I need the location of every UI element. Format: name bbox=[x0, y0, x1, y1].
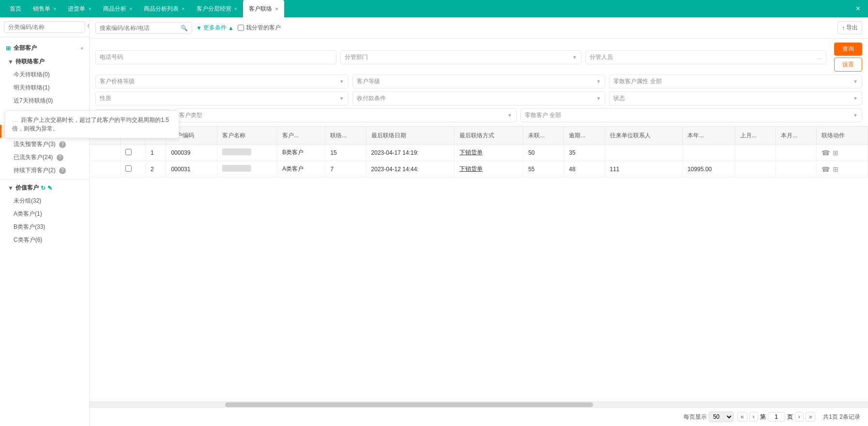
dept-dropdown-icon: ▼ bbox=[572, 55, 577, 60]
sidebar-item-pending-contact[interactable]: ▼ 待联络客户 bbox=[0, 55, 89, 68]
filter-search-input[interactable] bbox=[100, 25, 179, 31]
pending-contact-arrow: ▼ bbox=[8, 59, 14, 65]
col-name[interactable]: 客户名称 bbox=[217, 127, 277, 145]
col-overdue[interactable]: 逾期... bbox=[564, 127, 605, 145]
row-code-0[interactable]: 000039 bbox=[166, 145, 217, 161]
row-checkbox-0[interactable] bbox=[125, 149, 132, 155]
loss-warn-info-icon[interactable]: ? bbox=[59, 141, 66, 148]
table-horizontal-scrollbar[interactable] bbox=[90, 401, 868, 407]
value-customer-edit-icon[interactable]: ✎ bbox=[47, 185, 52, 191]
sidebar-item-unclassified[interactable]: 未分组(32) bbox=[0, 194, 89, 207]
action-phone-icon-1[interactable]: ☎ bbox=[822, 165, 830, 173]
per-page-select[interactable]: 50 20 100 bbox=[709, 411, 733, 422]
sidebar-collapse-btn[interactable]: « bbox=[80, 45, 83, 51]
nav-analysis-list[interactable]: 商品分析列表 × bbox=[138, 0, 190, 17]
sidebar-search-input[interactable] bbox=[4, 21, 85, 33]
nav-sales-close[interactable]: × bbox=[53, 6, 56, 12]
nav-customer-contact[interactable]: 客户联络 × bbox=[243, 0, 284, 17]
last-contact-method-link-0[interactable]: 下销货单 bbox=[459, 149, 483, 156]
row-contact-count-0: 15 bbox=[325, 145, 366, 161]
sidebar-item-value-customer[interactable]: ▼ 价值客户 ↻ ✎ bbox=[0, 181, 89, 194]
pagination-bar: 每页显示 50 20 100 « ‹ 第 页 › » 共1页 2条记录 bbox=[90, 407, 868, 426]
row-this-month-1 bbox=[776, 161, 817, 177]
filter-phone[interactable]: 电话号码 bbox=[95, 50, 336, 64]
next-page-btn[interactable]: › bbox=[795, 412, 804, 422]
filter-dept[interactable]: 分管部门 ▼ bbox=[340, 50, 581, 64]
filter-retail-attr[interactable]: 零散客户属性 全部 ▼ bbox=[609, 74, 862, 88]
col-last-contact-date[interactable]: 最后联络日期 bbox=[366, 127, 454, 145]
window-close-button[interactable]: × bbox=[852, 4, 864, 13]
filter-price-level[interactable]: 客户价格等级 ▼ bbox=[95, 74, 349, 88]
filter-customer-type[interactable]: 客户类型 ▼ bbox=[175, 108, 517, 122]
filter-manager[interactable]: 分管人员 … bbox=[585, 50, 826, 64]
sidebar-item-tomorrow[interactable]: 明天待联络(1) bbox=[0, 81, 89, 94]
more-conditions-btn[interactable]: ▼ 更多条件 ▲ bbox=[196, 24, 234, 32]
nav-customer-segment[interactable]: 客户分层经营 × bbox=[191, 0, 243, 17]
sidebar-item-continuous-down[interactable]: 持续下滑客户(2) ? bbox=[0, 164, 89, 177]
first-page-btn[interactable]: « bbox=[737, 412, 747, 422]
nav-analysis[interactable]: 商品分析 × bbox=[97, 0, 138, 17]
nav-customer-contact-close[interactable]: × bbox=[275, 6, 278, 12]
table-header-row: ⚙ 客户编码 客户名称 客户... bbox=[90, 127, 868, 145]
continuous-down-info-icon[interactable]: ? bbox=[59, 167, 66, 174]
row-code-1[interactable]: 000031 bbox=[166, 161, 217, 177]
col-contact-count[interactable]: 联络... bbox=[325, 127, 366, 145]
col-customer-type[interactable]: 客户... bbox=[277, 127, 325, 145]
action-phone-icon-0[interactable]: ☎ bbox=[822, 149, 830, 157]
last-contact-method-link-1[interactable]: 下销货单 bbox=[459, 165, 483, 172]
sidebar-all-customers[interactable]: ⊞ 全部客户 « bbox=[0, 41, 89, 55]
main-layout: 🔍 ⊞ 全部客户 « ▼ 待联络客户 今天待联络(0) 明天待联络(1) 近7天… bbox=[0, 17, 868, 426]
sidebar-item-loss-warn[interactable]: 流失预警客户(3) ? bbox=[0, 138, 89, 151]
sidebar-item-7days[interactable]: 近7天待联络(0) bbox=[0, 94, 89, 107]
col-unit-contact[interactable]: 往来单位联系人 bbox=[605, 127, 683, 145]
col-last-contact-method[interactable]: 最后联络方式 bbox=[454, 127, 523, 145]
my-customers-checkbox[interactable] bbox=[238, 25, 244, 31]
nav-purchase[interactable]: 进货单 × bbox=[62, 0, 97, 17]
filter-search-icon[interactable]: 🔍 bbox=[181, 25, 188, 31]
filter-payment[interactable]: 收付款条件 ▼ bbox=[352, 91, 606, 105]
query-button[interactable]: 查询 bbox=[834, 43, 862, 56]
filter-customer-level[interactable]: 客户等级 ▼ bbox=[352, 74, 606, 88]
last-page-btn[interactable]: » bbox=[806, 412, 816, 422]
sidebar-item-class-c[interactable]: C类客户(6) bbox=[0, 234, 89, 247]
action-more-icon-0[interactable]: ⊞ bbox=[833, 149, 838, 157]
value-customer-refresh-icon[interactable]: ↻ bbox=[41, 185, 46, 191]
col-this-month[interactable]: 本月... bbox=[776, 127, 817, 145]
sidebar-item-lost[interactable]: 已流失客户(24) ? bbox=[0, 151, 89, 164]
row-checkbox-cell[interactable] bbox=[121, 145, 146, 161]
sidebar-item-class-b[interactable]: B类客户(33) bbox=[0, 220, 89, 234]
value-customer-arrow: ▼ bbox=[8, 185, 14, 191]
table-scroll-thumb[interactable] bbox=[225, 402, 593, 407]
row-checkbox-1[interactable] bbox=[125, 165, 132, 172]
settings-button[interactable]: 设置 bbox=[834, 58, 862, 72]
nav-analysis-close[interactable]: × bbox=[129, 6, 132, 12]
col-last-month[interactable]: 上月... bbox=[735, 127, 776, 145]
action-more-icon-1[interactable]: ⊞ bbox=[833, 165, 838, 173]
manager-more-icon[interactable]: … bbox=[817, 54, 822, 60]
filter-row-1: 电话号码 分管部门 ▼ 分管人员 … 查询 设置 bbox=[95, 43, 862, 72]
row-checkbox-cell[interactable] bbox=[121, 161, 146, 177]
sidebar-item-class-a[interactable]: A类客户(1) bbox=[0, 207, 89, 220]
nav-sales[interactable]: 销售单 × bbox=[27, 0, 62, 17]
nav-analysis-list-close[interactable]: × bbox=[182, 6, 184, 12]
row-last-contact-method-0[interactable]: 下销货单 bbox=[454, 145, 523, 161]
nav-customer-segment-close[interactable]: × bbox=[234, 6, 237, 12]
export-button[interactable]: ↑ 导出 bbox=[838, 21, 862, 34]
prev-page-btn[interactable]: ‹ bbox=[749, 412, 758, 422]
page-number-input[interactable] bbox=[768, 412, 785, 422]
row-last-contact-method-1[interactable]: 下销货单 bbox=[454, 161, 523, 177]
row-index-0: 1 bbox=[146, 145, 166, 161]
col-not-contact[interactable]: 未联... bbox=[523, 127, 564, 145]
col-action[interactable]: 联络动作 bbox=[817, 127, 868, 145]
row-not-contact-1: 55 bbox=[523, 161, 564, 177]
filter-gender[interactable]: 性质 ▼ bbox=[95, 91, 349, 105]
filter-status[interactable]: 状态 ▼ bbox=[609, 91, 862, 105]
nav-home[interactable]: 首页 bbox=[4, 0, 27, 17]
sidebar-item-today[interactable]: 今天待联络(0) bbox=[0, 68, 89, 81]
filter-retail-customer[interactable]: 零散客户 全部 ▼ bbox=[520, 108, 862, 122]
row-action-0: ☎ ⊞ bbox=[817, 145, 868, 161]
nav-purchase-close[interactable]: × bbox=[88, 6, 91, 12]
lost-info-icon[interactable]: ? bbox=[57, 154, 63, 161]
row-name-1 bbox=[217, 161, 277, 177]
col-year[interactable]: 本年... bbox=[683, 127, 735, 145]
